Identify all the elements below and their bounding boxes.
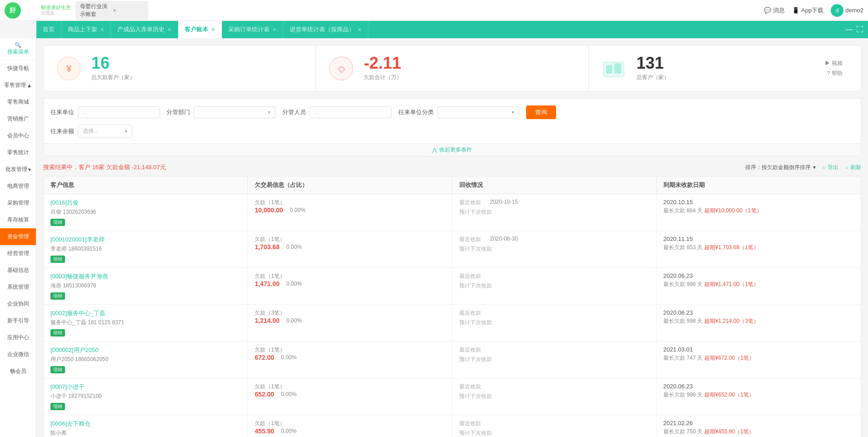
total-customers-label: 总客户（家） bbox=[637, 74, 809, 81]
filter-row-2: 往来余额 选择... ▾ bbox=[50, 125, 854, 138]
sidebar-item-enterprise-collab[interactable]: 企业协同 bbox=[0, 296, 36, 312]
debt-amount-0: 10,000.00 bbox=[255, 206, 283, 214]
dept-label: 分管部门 bbox=[166, 108, 190, 116]
sidebar-item-ecommerce[interactable]: 电商管理 bbox=[0, 178, 36, 195]
sidebar-item-member-vip[interactable]: 畅会员 bbox=[0, 363, 36, 380]
sidebar-item-inventory[interactable]: 库存核算 bbox=[0, 211, 36, 228]
sidebar-item-retail-store[interactable]: 零售商城 bbox=[0, 94, 36, 111]
td-due-date-4: 2021.03.01 最长欠款 747 天 超期¥672.00（1笔） bbox=[657, 342, 861, 378]
sidebar-item-app-center[interactable]: 应用中心 bbox=[0, 329, 36, 346]
company-selector[interactable]: 母婴行业演示账套 ▾ bbox=[75, 1, 148, 20]
filter-area: 往来单位 ... 分管部门 ▾ 分管人员 ... bbox=[43, 98, 861, 156]
sidebar-item-marketing[interactable]: 营销推广 bbox=[0, 111, 36, 127]
tab-close-product-history[interactable]: ✕ bbox=[167, 27, 171, 33]
sidebar-item-basic-info[interactable]: 基础信息 bbox=[0, 262, 36, 279]
td-customer-info-3: [0002]服务中心_丁磊 服务中心_丁磊 181 0125 8371 现销 bbox=[44, 305, 248, 341]
td-recall-0: 最近收款 2020-10-15 预计下次收款 bbox=[452, 194, 657, 231]
td-recall-6: 最近收款 预计下次收款 bbox=[452, 415, 657, 437]
customer-name-link-6[interactable]: [0006]去下粮仓 bbox=[50, 420, 90, 427]
sidebar-item-purchase-mgmt[interactable]: 采购管理 bbox=[0, 195, 36, 211]
tab-product-history[interactable]: 产成品入库单历史 ✕ bbox=[111, 21, 178, 38]
source-unit-input[interactable]: ... bbox=[78, 106, 160, 118]
overdue-tag-0[interactable]: 超期¥10,000.00（1笔） bbox=[704, 207, 762, 214]
collapse-filter-btn[interactable]: ⋀ 收起更多条件 bbox=[44, 143, 861, 156]
overdue-tag-5[interactable]: 超期¥652.00（1笔） bbox=[704, 392, 754, 398]
stat-card-debt-customers: ¥ 16 总欠款客户（家） bbox=[44, 45, 316, 91]
customer-name-link-4[interactable]: [000002]用户2050 bbox=[50, 347, 99, 353]
manager-input[interactable]: ... bbox=[310, 106, 391, 118]
sidebar-item-batch-mgmt[interactable]: 批发管理 ▾ bbox=[0, 161, 36, 178]
tab-close-purchase-stats[interactable]: ✕ bbox=[357, 27, 361, 33]
sidebar-item-retail-stats[interactable]: 零售统计 bbox=[0, 144, 36, 161]
customer-name-link-2[interactable]: [0003]畅捷服务尹海燕 bbox=[50, 273, 108, 280]
help-icon: ? bbox=[827, 70, 830, 76]
search-menu-item[interactable]: 🔍 搜索菜单 bbox=[0, 38, 36, 60]
message-icon: 💬 bbox=[764, 7, 771, 14]
overdue-tag-6[interactable]: 超期¥455.90（1笔） bbox=[704, 428, 754, 435]
debt-detail-2: 欠款（1笔） bbox=[255, 272, 445, 280]
table-row: [0007]小进干 小进干 18279152100 现销 欠款（1笔） 652.… bbox=[44, 378, 861, 415]
logo-icon: 好 bbox=[5, 2, 21, 19]
tab-home[interactable]: 首页 bbox=[36, 21, 61, 38]
customer-tag-1: 现销 bbox=[50, 256, 65, 263]
message-button[interactable]: 💬 消息 bbox=[764, 6, 785, 15]
refresh-icon: ○ bbox=[845, 164, 848, 171]
balance-select[interactable]: 选择... ▾ bbox=[78, 125, 132, 138]
tab-customer-account[interactable]: 客户账本 ✕ bbox=[178, 21, 222, 38]
app-download-button[interactable]: 📱 App下载 bbox=[792, 6, 823, 15]
sidebar-item-new-guide[interactable]: 新手引导 bbox=[0, 312, 36, 329]
th-customer-info: 客户信息 bbox=[44, 176, 248, 194]
overdue-tag-4[interactable]: 超期¥672.00（1笔） bbox=[704, 355, 754, 361]
user-avatar[interactable]: d demo2 bbox=[831, 4, 863, 17]
tab-collapse-icon[interactable]: — bbox=[845, 25, 853, 34]
customer-tag-2: 现销 bbox=[50, 292, 65, 300]
help-btn[interactable]: ? 帮助 bbox=[827, 70, 843, 77]
customer-name-link-0[interactable]: [0016]吕俊 bbox=[50, 199, 79, 206]
overdue-tag-1[interactable]: 超期¥1,703.68（1笔） bbox=[704, 244, 759, 251]
view-video-btn[interactable]: ▶ 视频 bbox=[825, 60, 843, 67]
export-button[interactable]: ○ 导出 bbox=[823, 164, 838, 171]
svg-text:¥: ¥ bbox=[66, 63, 71, 73]
td-due-date-0: 2020.10.15 最长欠款 884 天 超期¥10,000.00（1笔） bbox=[657, 194, 861, 231]
sidebar-item-enterprise-wechat[interactable]: 企业微信 bbox=[0, 346, 36, 363]
sort-selector[interactable]: 排序：按欠款金额倒序排序 ▾ bbox=[745, 164, 816, 171]
tab-goods-off[interactable]: 商品上下架 ✕ bbox=[61, 21, 111, 38]
customer-tag-3: 现销 bbox=[50, 329, 65, 337]
stat-info-total-customers: 131 总客户（家） bbox=[637, 55, 809, 81]
search-button[interactable]: 查询 bbox=[526, 105, 556, 119]
results-actions: 排序：按欠款金额倒序排序 ▾ ○ 导出 ○ 刷新 bbox=[745, 164, 862, 171]
source-unit-label: 往来单位 bbox=[50, 108, 74, 116]
overdue-tag-3[interactable]: 超期¥1,214.00（3笔） bbox=[704, 318, 759, 324]
manager-label: 分管人员 bbox=[282, 108, 306, 116]
balance-label: 往来余额 bbox=[50, 127, 74, 136]
tab-fullscreen-icon[interactable]: ⛶ bbox=[856, 25, 863, 34]
chevron-down-icon-2: ▾ bbox=[28, 166, 31, 173]
total-customers-icon bbox=[600, 55, 627, 82]
sidebar-item-member-center[interactable]: 会员中心 bbox=[0, 127, 36, 144]
tab-purchase-stats[interactable]: 进货单统计表（按商品） ✕ bbox=[283, 21, 368, 38]
sidebar-item-finance[interactable]: 资金管理 bbox=[0, 228, 36, 245]
td-customer-info-5: [0007]小进干 小进干 18279152100 现销 bbox=[44, 378, 248, 415]
tab-purchase-order[interactable]: 采购订单统计表 ✕ bbox=[222, 21, 283, 38]
customer-contact-4: 用户2050 18665062050 bbox=[50, 356, 241, 363]
tab-close-goods-off[interactable]: ✕ bbox=[100, 27, 104, 33]
customer-name-link-1[interactable]: [0001020001]李老师 bbox=[50, 236, 105, 243]
source-unit-class-select[interactable]: ▾ bbox=[437, 106, 519, 118]
overdue-tag-2[interactable]: 超期¥1,471.00（1笔） bbox=[704, 281, 759, 287]
top-right-actions: 💬 消息 📱 App下载 d demo2 bbox=[764, 4, 863, 17]
filter-balance: 往来余额 选择... ▾ bbox=[50, 125, 132, 138]
customer-name-link-3[interactable]: [0002]服务中心_丁磊 bbox=[50, 310, 105, 316]
sidebar-item-retail-mgmt[interactable]: 零售管理 ▲ bbox=[0, 77, 36, 94]
dept-select[interactable]: ▾ bbox=[194, 106, 276, 118]
svg-rect-6 bbox=[614, 63, 621, 73]
sidebar-item-system[interactable]: 系统管理 bbox=[0, 279, 36, 296]
table-row: [0006]去下粮仓 陈小希 现销 欠款（1笔） 455.90 0.00% 最近… bbox=[44, 415, 861, 437]
results-bar: 搜索结果中，客户 16家 欠款金额 -21,148.07元 排序：按欠款金额倒序… bbox=[43, 163, 861, 171]
tab-close-customer-account[interactable]: ✕ bbox=[211, 27, 215, 33]
tab-close-purchase-order[interactable]: ✕ bbox=[272, 27, 276, 33]
debt-customers-icon: ¥ bbox=[55, 55, 82, 82]
refresh-button[interactable]: ○ 刷新 bbox=[845, 164, 861, 171]
customer-name-link-5[interactable]: [0007]小进干 bbox=[50, 383, 85, 390]
sidebar-item-operations[interactable]: 经营管理 bbox=[0, 245, 36, 262]
sidebar-item-quick-nav[interactable]: 快捷导航 bbox=[0, 60, 36, 77]
